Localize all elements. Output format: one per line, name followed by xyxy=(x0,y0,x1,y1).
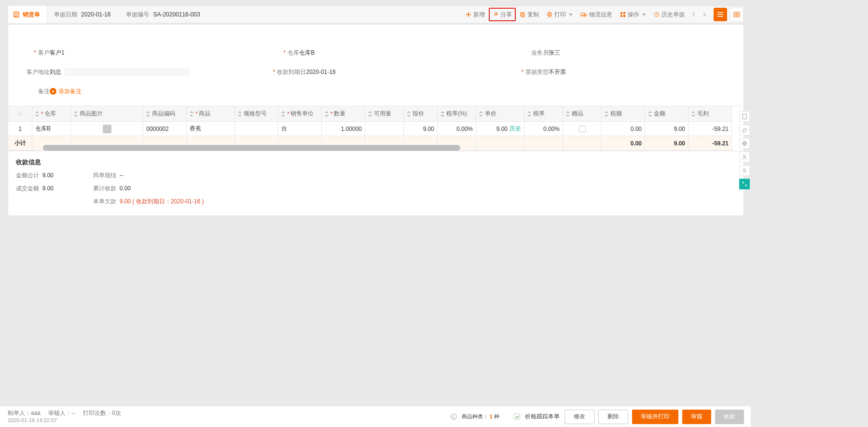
operate-button[interactable]: 操作 xyxy=(616,8,650,21)
cell-image[interactable] xyxy=(71,122,143,136)
svg-rect-14 xyxy=(734,12,736,14)
customer-value[interactable]: 客户1 xyxy=(50,49,65,57)
salesperson-value[interactable]: 张三 xyxy=(549,49,560,57)
svg-rect-16 xyxy=(734,15,736,17)
gift-checkbox[interactable] xyxy=(579,126,586,132)
chevron-down-icon xyxy=(642,14,646,16)
cell-gift[interactable] xyxy=(563,122,602,136)
tab-sales-order[interactable]: 销货单 xyxy=(8,6,47,23)
col-spec[interactable]: 规格型号 xyxy=(235,106,278,122)
salesperson-label: 业务员 xyxy=(531,49,549,56)
col-code[interactable]: 商品编码 xyxy=(143,106,187,122)
copyright-icon: C xyxy=(451,413,457,420)
new-label: 新增 xyxy=(473,11,485,19)
new-button[interactable]: 新增 xyxy=(462,8,489,21)
col-quote[interactable]: 报价 xyxy=(404,106,438,122)
cell-product[interactable]: 香蕉 xyxy=(187,122,235,136)
collect-button[interactable]: 收款 xyxy=(715,410,744,424)
form: *客户 客户1 *仓库 仓库B 业务员 张三 客户地址 刘总 xyxy=(8,42,744,106)
due-value[interactable]: 2020-01-16 xyxy=(306,69,335,75)
warehouse-value[interactable]: 仓库B xyxy=(299,49,315,57)
card-view-toggle[interactable] xyxy=(730,8,744,21)
history-label: 历史单据 xyxy=(661,11,685,19)
cell-spec[interactable] xyxy=(235,122,278,136)
address-label: 客户地址 xyxy=(27,69,50,75)
svg-point-8 xyxy=(585,15,586,17)
logistics-label: 物流信息 xyxy=(589,11,612,19)
cell-quote[interactable]: 9.00 xyxy=(404,122,438,136)
gear-icon xyxy=(17,111,24,117)
row-index: 1 xyxy=(8,122,32,136)
cell-gross: -59.21 xyxy=(689,122,732,136)
remark-label: 备注 xyxy=(38,88,50,95)
col-warehouse[interactable]: *仓库 xyxy=(32,106,71,122)
rail-list-icon[interactable] xyxy=(739,165,750,176)
rail-note-icon[interactable] xyxy=(739,111,750,122)
prev-doc-button[interactable] xyxy=(689,8,699,21)
col-price[interactable]: 单价 xyxy=(476,106,524,122)
rail-attach-icon[interactable] xyxy=(739,125,750,135)
chevron-down-icon xyxy=(569,14,573,16)
subtotal-gross: -59.21 xyxy=(689,136,732,151)
price-follow-checkbox[interactable] xyxy=(514,413,520,420)
col-qty[interactable]: *数量 xyxy=(322,106,365,122)
cell-unit[interactable]: 台 xyxy=(278,122,322,136)
address-value[interactable]: 刘总 xyxy=(50,68,61,76)
col-amount[interactable]: 金额 xyxy=(645,106,689,122)
next-doc-button[interactable] xyxy=(699,8,710,21)
cell-available[interactable] xyxy=(365,122,404,136)
goods-kinds-count: 1 xyxy=(490,413,493,419)
footer: 制单人：aaa 审核人：-- 打印次数：0次 2020-01-16 14:32:… xyxy=(0,406,751,427)
rail-expand-icon[interactable] xyxy=(739,179,750,189)
cell-tax-rate[interactable]: 0.00% xyxy=(438,122,476,136)
rail-user-icon[interactable] xyxy=(739,152,750,162)
svg-rect-3 xyxy=(548,14,551,15)
share-button[interactable]: 分享 xyxy=(489,8,516,21)
col-gift[interactable]: 赠品 xyxy=(563,106,602,122)
col-image[interactable]: 商品图片 xyxy=(71,106,143,122)
cum-value: 0.00 xyxy=(120,185,131,192)
col-available[interactable]: 可用量 xyxy=(365,106,404,122)
svg-point-18 xyxy=(19,113,21,115)
cash-label: 同单现结 xyxy=(93,172,116,179)
svg-rect-2 xyxy=(522,14,524,17)
total-label: 金额合计 xyxy=(16,172,39,179)
subtotal-tax-amt: 0.00 xyxy=(602,136,645,151)
cell-warehouse[interactable]: 仓库B xyxy=(32,122,71,136)
col-tax-rate[interactable]: 税率(%) xyxy=(438,106,476,122)
truck-icon xyxy=(580,12,587,17)
col-gross[interactable]: 毛利 xyxy=(689,106,732,122)
copy-button[interactable]: 复制 xyxy=(516,8,543,21)
col-tax-amt[interactable]: 税额 xyxy=(602,106,645,122)
deal-value: 9.00 xyxy=(42,185,54,192)
history-button[interactable]: 历史单据 xyxy=(650,8,689,21)
cell-tax-pct[interactable]: 0.00% xyxy=(524,122,563,136)
price-history-link[interactable]: 历史 xyxy=(510,125,521,133)
col-product[interactable]: *商品 xyxy=(187,106,235,122)
invoice-type-value[interactable]: 不开票 xyxy=(549,68,566,76)
col-tax-pct[interactable]: 税率 xyxy=(524,106,563,122)
add-remark-button[interactable]: + 添加备注 xyxy=(50,87,82,96)
price-follow-label: 价格跟踪本单 xyxy=(525,413,560,421)
print-button[interactable]: 打印 xyxy=(543,8,577,21)
svg-rect-6 xyxy=(581,13,584,15)
list-icon xyxy=(717,12,724,17)
svg-rect-5 xyxy=(549,15,551,17)
owed-value: 9.00 ( 收款到期日：2020-01-16 ) xyxy=(120,198,204,205)
edit-button[interactable]: 修改 xyxy=(565,410,594,424)
list-view-toggle[interactable] xyxy=(714,8,727,21)
plus-circle-icon: + xyxy=(50,88,56,95)
cell-code[interactable]: 0000002 xyxy=(143,122,187,136)
svg-rect-10 xyxy=(623,12,625,14)
audit-button[interactable]: 审核 xyxy=(682,410,711,424)
audit-print-button[interactable]: 审核并打印 xyxy=(632,410,678,424)
col-unit[interactable]: *销售单位 xyxy=(278,106,322,122)
cell-qty[interactable]: 1.00000 xyxy=(322,122,365,136)
col-settings-button[interactable] xyxy=(8,106,32,122)
logistics-button[interactable]: 物流信息 xyxy=(577,8,616,21)
cell-price[interactable]: 9.00历史 xyxy=(476,122,524,136)
table-h-scrollbar[interactable] xyxy=(43,145,460,151)
rail-globe-icon[interactable] xyxy=(739,138,750,149)
delete-button[interactable]: 删除 xyxy=(598,410,628,424)
cards-icon xyxy=(733,12,740,17)
